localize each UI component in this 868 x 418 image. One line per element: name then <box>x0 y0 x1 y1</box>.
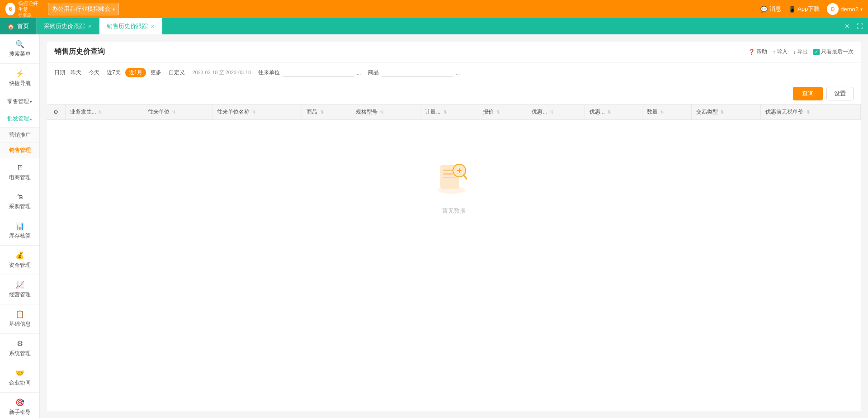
export-button[interactable]: ↓ 导出 <box>793 48 808 56</box>
logo-area: 6 畅捷通好生意 标准版 <box>5 0 42 18</box>
sidebar-item-search-menu[interactable]: 🔍 搜索菜单 <box>0 34 39 64</box>
th-discount-amt[interactable]: 优惠... ⇅ <box>585 104 642 120</box>
tab-maximize-button[interactable]: ⛶ <box>855 22 864 31</box>
page-header-actions: ❓ 帮助 ↑ 导入 ↓ 导出 ✓ 只看最后一次 <box>748 48 854 56</box>
only-last-checkbox[interactable]: ✓ <box>813 49 820 55</box>
tab-purchase-history[interactable]: 采购历史价跟踪 ✕ <box>37 18 99 34</box>
product-input[interactable] <box>382 68 453 77</box>
import-icon: ↑ <box>773 49 775 55</box>
page-header: 销售历史价查询 ❓ 帮助 ↑ 导入 ↓ 导出 ✓ <box>47 42 861 62</box>
message-button[interactable]: 💬 消息 <box>760 5 781 13</box>
home-icon: 🏠 <box>7 23 14 30</box>
date-btn-last7[interactable]: 近7天 <box>104 68 123 77</box>
app-logo: 6 <box>5 3 15 15</box>
basic-info-icon: 📋 <box>15 310 24 318</box>
sort-icon-spec: ⇅ <box>380 109 383 114</box>
help-icon: ❓ <box>748 49 755 55</box>
tab-home[interactable]: 🏠 首页 <box>0 18 37 34</box>
message-icon: 💬 <box>760 6 768 13</box>
main-layout: 🔍 搜索菜单 ⚡ 快捷导航 零售管理 ▾ 批发管理 ▴ 营销推广 销售管理 🖥 … <box>0 34 868 418</box>
sort-icon-product: ⇅ <box>320 109 324 114</box>
th-partner-name[interactable]: 往来单位名称 ⇅ <box>212 104 302 120</box>
tab-close-all-button[interactable]: ✕ <box>843 22 852 31</box>
setting-button[interactable]: 设置 <box>826 87 854 100</box>
th-partner-code[interactable]: 往来单位 ⇅ <box>143 104 212 120</box>
avatar: D <box>827 3 839 15</box>
sidebar-item-purchase[interactable]: 🛍 采购管理 <box>0 187 39 216</box>
user-menu[interactable]: D demo2 ▾ <box>827 3 863 15</box>
retail-chevron-icon: ▾ <box>30 100 32 104</box>
th-spec[interactable]: 规格型号 ⇅ <box>351 104 420 120</box>
date-options: 昨天 今天 近7天 近1月 更多 自定义 <box>68 68 188 77</box>
svg-rect-4 <box>443 177 455 178</box>
wholesale-chevron-icon: ▴ <box>30 117 32 121</box>
sidebar-item-new-guide[interactable]: 🎯 新手引导 <box>0 393 39 418</box>
svg-rect-3 <box>443 173 453 175</box>
sidebar-item-wholesale-mgmt[interactable]: 批发管理 ▴ <box>0 110 39 128</box>
date-btn-more[interactable]: 更多 <box>148 68 164 77</box>
sort-icon-unit: ⇅ <box>443 109 447 114</box>
th-settings[interactable]: ⚙ <box>47 104 65 120</box>
product-filter-group: 商品 ... <box>368 68 460 77</box>
page-content: 销售历史价查询 ❓ 帮助 ↑ 导入 ↓ 导出 ✓ <box>40 34 868 418</box>
settings-icon: ⚙ <box>53 109 58 115</box>
content-area: 销售历史价查询 ❓ 帮助 ↑ 导入 ↓ 导出 ✓ <box>40 34 868 418</box>
sort-icon-discount-rate: ⇅ <box>550 109 553 114</box>
tab-purchase-close-icon[interactable]: ✕ <box>88 24 92 29</box>
sidebar-item-enterprise-collab[interactable]: 🤝 企业协同 <box>0 363 39 393</box>
th-price[interactable]: 报价 ⇅ <box>478 104 527 120</box>
purchase-icon: 🛍 <box>16 193 24 201</box>
sidebar-item-sales-mgmt[interactable]: 销售管理 <box>0 143 39 158</box>
table-header-row: ⚙ 业务发生... ⇅ 往来单位 ⇅ 往来单位名称 <box>47 104 861 120</box>
partner-filter-group: 往来单位 ... <box>258 68 361 77</box>
only-last-toggle[interactable]: ✓ 只看最后一次 <box>813 48 854 56</box>
sidebar-item-quick-nav[interactable]: ⚡ 快捷导航 <box>0 64 39 93</box>
date-btn-yesterday[interactable]: 昨天 <box>68 68 84 77</box>
header-right: 💬 消息 📱 App下载 D demo2 ▾ <box>760 3 863 15</box>
search-icon: 🔍 <box>15 40 24 48</box>
th-product[interactable]: 商品 ⇅ <box>302 104 351 120</box>
th-trade-type[interactable]: 交易类型 ⇅ <box>691 104 760 120</box>
sidebar-item-ecommerce[interactable]: 🖥 电商管理 <box>0 158 39 187</box>
top-header: 6 畅捷通好生意 标准版 办公用品行业模拟账套 ▾ 💬 消息 📱 App下载 D… <box>0 0 868 18</box>
sort-icon-pre-tax-price: ⇅ <box>806 109 810 114</box>
date-btn-last1m[interactable]: 近1月 <box>125 68 146 77</box>
date-btn-today[interactable]: 今天 <box>86 68 102 77</box>
th-biz-date[interactable]: 业务发生... ⇅ <box>65 104 143 120</box>
date-btn-custom[interactable]: 自定义 <box>166 68 188 77</box>
page-title: 销售历史价查询 <box>54 47 105 57</box>
sidebar-item-retail-mgmt[interactable]: 零售管理 ▾ <box>0 93 39 110</box>
filter-bar: 日期 昨天 今天 近7天 近1月 更多 自定义 2023-02-18 至 202… <box>47 62 861 83</box>
help-button[interactable]: ❓ 帮助 <box>748 48 767 56</box>
app-name-text: 畅捷通好生意 标准版 <box>18 0 42 18</box>
sort-icon-trade-type: ⇅ <box>720 109 724 114</box>
sort-icon-quantity: ⇅ <box>660 109 664 114</box>
sidebar-item-basic-info[interactable]: 📋 基础信息 <box>0 304 39 334</box>
th-quantity[interactable]: 数量 ⇅ <box>642 104 692 120</box>
app-selector[interactable]: 办公用品行业模拟账套 ▾ <box>48 3 119 15</box>
sidebar-item-operations[interactable]: 📈 经营管理 <box>0 275 39 304</box>
tab-actions: ✕ ⛶ <box>839 22 868 31</box>
query-button[interactable]: 查询 <box>793 87 823 100</box>
th-pre-tax-price[interactable]: 优惠前无税单价 ⇅ <box>761 104 861 120</box>
table-container: ⚙ 业务发生... ⇅ 往来单位 ⇅ 往来单位名称 <box>47 104 861 411</box>
sidebar-item-marketing[interactable]: 营销推广 <box>0 128 39 143</box>
import-button[interactable]: ↑ 导入 <box>773 48 788 56</box>
th-discount-rate[interactable]: 优惠... ⇅ <box>527 104 585 120</box>
sidebar-item-system[interactable]: ⚙ 系统管理 <box>0 334 39 363</box>
sort-icon-biz-date: ⇅ <box>99 109 102 114</box>
sidebar-item-inventory[interactable]: 📊 库存核算 <box>0 216 39 246</box>
tab-bar: 🏠 首页 采购历史价跟踪 ✕ 销售历史价跟踪 ✕ ✕ ⛶ <box>0 18 868 34</box>
tab-sales-close-icon[interactable]: ✕ <box>151 24 155 29</box>
lightning-icon: ⚡ <box>15 69 24 78</box>
tab-sales-history[interactable]: 销售历史价跟踪 ✕ <box>99 18 162 34</box>
sort-icon-discount-amt: ⇅ <box>607 109 611 114</box>
inventory-icon: 📊 <box>15 222 24 230</box>
finance-icon: 💰 <box>15 251 24 260</box>
date-range-text: 2023-02-18 至 2023-03-18 <box>192 69 251 76</box>
th-unit[interactable]: 计量... ⇅ <box>420 104 478 120</box>
download-button[interactable]: 📱 App下载 <box>788 5 820 13</box>
sidebar-item-finance[interactable]: 💰 资金管理 <box>0 246 39 275</box>
product-dots: ... <box>456 70 460 76</box>
partner-input[interactable] <box>283 68 354 77</box>
